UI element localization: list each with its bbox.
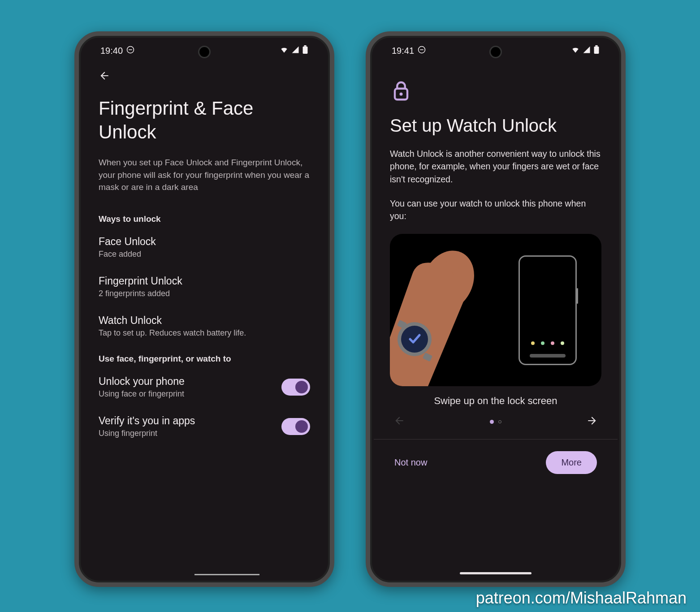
wifi-icon [280,45,289,56]
setting-subtitle: Face added [99,250,310,259]
section-header-ways: Ways to unlock [99,214,310,224]
page-title: Fingerprint & Face Unlock [99,97,310,144]
do-not-disturb-icon [418,46,426,56]
svg-rect-6 [594,46,599,53]
status-bar: 19:40 [82,39,326,62]
toggle-verify-apps[interactable]: Verify it's you in apps Using fingerprin… [99,415,310,438]
svg-point-9 [400,93,403,96]
page-description-2: You can use your watch to unlock this ph… [390,197,601,223]
setting-subtitle: 2 fingerprints added [99,289,310,298]
setting-subtitle: Using fingerprint [99,429,274,438]
pager-dots [490,420,501,424]
setting-title: Watch Unlock [99,315,310,327]
svg-rect-3 [304,45,306,47]
pager-next-button[interactable] [586,415,598,428]
pager-prev-button [393,415,405,428]
battery-icon [593,45,600,56]
setting-title: Verify it's you in apps [99,415,274,427]
setting-title: Face Unlock [99,236,310,248]
back-button[interactable] [99,75,110,83]
credit-text: patreon.com/MishaalRahman [476,589,687,608]
setting-fingerprint-unlock[interactable]: Fingerprint Unlock 2 fingerprints added [99,275,310,298]
setting-face-unlock[interactable]: Face Unlock Face added [99,236,310,259]
svg-rect-7 [595,45,597,47]
signal-icon [583,46,591,56]
setting-watch-unlock[interactable]: Watch Unlock Tap to set up. Reduces watc… [99,315,310,338]
lock-icon [392,96,410,103]
gesture-nav-bar[interactable] [460,572,531,574]
illustration-caption: Swipe up on the lock screen [390,395,601,407]
arm-illustration [390,243,506,386]
section-header-use: Use face, fingerprint, or watch to [99,354,310,364]
toggle-switch[interactable] [281,418,310,435]
setting-title: Unlock your phone [99,375,274,388]
scrollbar-hint [194,574,259,575]
page-title: Set up Watch Unlock [390,116,601,136]
illustration-phone-outline [519,255,577,365]
setting-subtitle: Tap to set up. Reduces watch battery lif… [99,328,310,338]
svg-rect-2 [303,46,308,53]
phone-frame-left: 19:40 Fingerprint & Face Unloc [74,31,334,587]
page-description: When you set up Face Unlock and Fingerpr… [99,156,310,194]
do-not-disturb-icon [126,46,134,56]
wifi-icon [571,45,580,56]
signal-icon [291,46,299,56]
toggle-unlock-phone[interactable]: Unlock your phone Using face or fingerpr… [99,375,310,399]
not-now-button[interactable]: Not now [394,457,427,468]
status-time: 19:40 [100,46,123,56]
more-button[interactable]: More [546,451,597,474]
battery-icon [302,45,308,56]
status-time: 19:41 [392,46,414,56]
setting-subtitle: Using face or fingerprint [99,389,274,399]
phone-frame-right: 19:41 [366,31,626,587]
status-bar: 19:41 [374,39,618,62]
illustration-card [390,234,601,386]
setting-title: Fingerprint Unlock [99,275,310,287]
toggle-switch[interactable] [281,379,310,396]
page-description-1: Watch Unlock is another convenient way t… [390,147,601,185]
